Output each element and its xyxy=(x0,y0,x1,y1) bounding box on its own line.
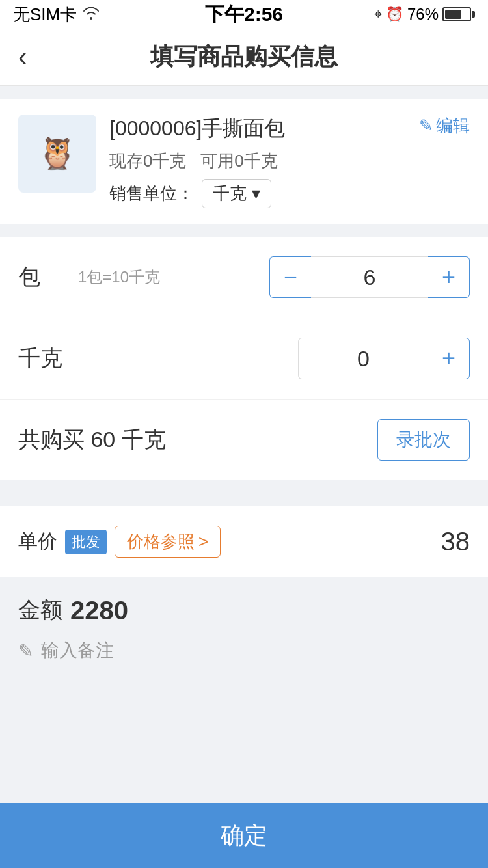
qty-bag-input[interactable] xyxy=(311,256,428,298)
remark-placeholder: 输入备注 xyxy=(41,638,114,663)
page-title: 填写商品购买信息 xyxy=(150,41,338,73)
product-unit: 销售单位： 千克 ▾ xyxy=(109,179,470,208)
qty-bag-label: 包 xyxy=(18,262,70,292)
confirm-button[interactable]: 确定 xyxy=(0,803,488,868)
qty-kg-plus-button[interactable]: + xyxy=(428,338,470,379)
price-ref-button[interactable]: 价格参照 > xyxy=(115,526,221,558)
summary-text: 共购买 60 千克 xyxy=(18,425,166,455)
wifi-icon xyxy=(82,5,100,25)
edit-button[interactable]: ✎ 编辑 xyxy=(419,115,470,137)
status-left: 无SIM卡 xyxy=(13,3,100,26)
product-thumb-icon: 🦉 xyxy=(38,135,77,172)
unit-selector[interactable]: 千克 ▾ xyxy=(202,179,271,208)
amount-value: 2280 xyxy=(70,596,128,625)
remark-row[interactable]: ✎ 输入备注 xyxy=(18,638,470,663)
qty-bag-hint: 1包=10千克 xyxy=(78,267,269,288)
edit-label: 编辑 xyxy=(436,115,470,137)
qty-bag-plus-button[interactable]: + xyxy=(428,256,470,298)
product-info: [0000006]手撕面包 ✎ 编辑 现存0千克 可用0千克 销售单位： 千克 … xyxy=(109,115,470,208)
quantity-kg-row: 千克 + xyxy=(0,318,488,400)
quantity-section: 包 1包=10千克 − + 千克 + xyxy=(0,237,488,400)
quantity-bag-row: 包 1包=10千克 − + xyxy=(0,237,488,318)
price-label: 单价 xyxy=(18,528,57,555)
alarm-icon: ⏰ xyxy=(386,6,403,23)
price-row: 单价 批发 价格参照 > 38 xyxy=(18,526,470,558)
status-right: ⌖ ⏰ 76% xyxy=(374,5,475,23)
qty-bag-control: − + xyxy=(269,256,470,298)
battery-percent: 76% xyxy=(407,5,439,23)
price-ref-label: 价格参照 xyxy=(127,530,195,553)
remark-icon: ✎ xyxy=(18,640,33,662)
nav-bar: ‹ 填写商品购买信息 xyxy=(0,29,488,86)
price-tag: 批发 xyxy=(65,530,107,554)
product-name: [0000006]手撕面包 xyxy=(109,115,285,143)
battery-icon xyxy=(442,7,475,21)
price-section: 单价 批发 价格参照 > 38 xyxy=(0,506,488,577)
summary-row: 共购买 60 千克 录批次 xyxy=(0,400,488,480)
qty-bag-minus-button[interactable]: − xyxy=(269,256,311,298)
divider xyxy=(0,480,488,493)
price-ref-arrow: > xyxy=(198,532,208,552)
qty-kg-label: 千克 xyxy=(18,344,70,373)
qty-kg-control: + xyxy=(298,338,470,379)
status-bar: 无SIM卡 下午2:56 ⌖ ⏰ 76% xyxy=(0,0,488,29)
price-value: 38 xyxy=(441,527,470,556)
carrier-text: 无SIM卡 xyxy=(13,3,77,26)
amount-section: 金额 2280 ✎ 输入备注 xyxy=(0,577,488,676)
back-button[interactable]: ‹ xyxy=(18,42,27,72)
edit-icon: ✎ xyxy=(419,116,433,136)
amount-label: 金额 xyxy=(18,595,62,625)
product-card: 🦉 [0000006]手撕面包 ✎ 编辑 现存0千克 可用0千克 销售单位： 千… xyxy=(0,99,488,224)
status-time: 下午2:56 xyxy=(205,1,283,28)
product-stock: 现存0千克 可用0千克 xyxy=(109,150,470,172)
qty-kg-input[interactable] xyxy=(298,338,428,379)
location-icon: ⌖ xyxy=(374,6,382,23)
price-left: 单价 批发 价格参照 > xyxy=(18,526,221,558)
product-thumbnail: 🦉 xyxy=(18,115,96,193)
amount-row: 金额 2280 xyxy=(18,595,470,625)
batch-button[interactable]: 录批次 xyxy=(377,419,470,461)
